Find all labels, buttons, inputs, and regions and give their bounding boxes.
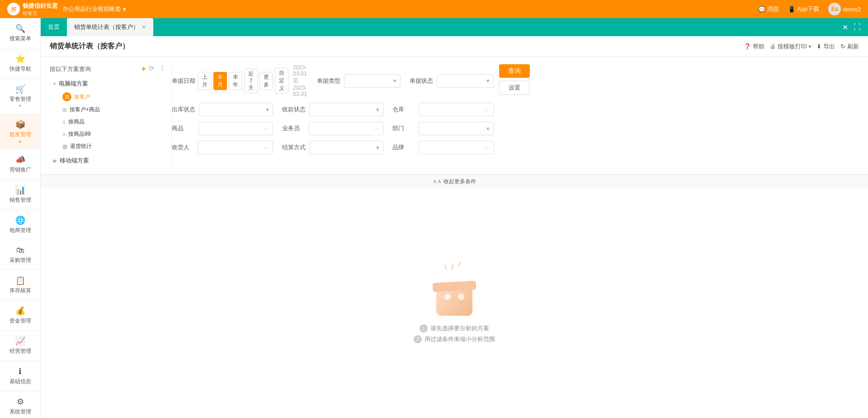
sidebar-item-wholesale[interactable]: 📦 批发管理 ▴ <box>0 114 40 149</box>
date-btn-this-month[interactable]: 本月 <box>213 72 227 90</box>
warehouse-input[interactable]: ··· <box>419 103 494 116</box>
mobile-arrow-icon: ▶ <box>53 158 57 164</box>
sidebar-item-system[interactable]: ⚙ 系统管理 <box>0 391 40 418</box>
collapse-label: 收起更多条件 <box>443 178 476 185</box>
receipt-status-select[interactable]: ▾ <box>309 103 383 116</box>
app-title-line2: 标签页 <box>23 10 58 17</box>
product-input[interactable]: ··· <box>198 122 273 135</box>
desktop-label: 电脑端方案 <box>59 80 88 88</box>
tree-item-return-stat[interactable]: ▦ 退货统计 <box>59 140 164 152</box>
industry-label: 办公用品行业模拟账套 <box>62 5 121 13</box>
tree-item-desktop[interactable]: ▾ 电脑端方案 <box>50 77 164 90</box>
tree-item-by-product-99[interactable]: ≡ 按商品99 <box>59 128 164 140</box>
settle-caret-icon: ▾ <box>376 144 379 151</box>
return-stat-label: 退货统计 <box>70 142 92 150</box>
empty-box-eye-left <box>444 294 451 300</box>
doc-status-caret-icon: ▾ <box>486 77 490 84</box>
collapse-sidebar-btn[interactable]: 《 <box>157 64 164 74</box>
logo-area: 好 畅捷信好生意 标签页 <box>7 2 58 17</box>
template-print-btn[interactable]: 🖨 按模板打印 ▾ <box>770 43 811 51</box>
doc-status-select[interactable]: ▾ <box>437 74 494 88</box>
hint-num-1: 1 <box>420 324 428 332</box>
refresh-label: 刷新 <box>847 43 859 51</box>
user-profile-btn[interactable]: Ea demo2 <box>828 3 861 15</box>
hint-text-2: 用过滤条件来缩小分析范围 <box>425 335 495 343</box>
template-print-label: 按模板打印 <box>778 43 807 51</box>
sidebar-item-search-menu[interactable]: 🔍 搜索菜单 <box>0 18 40 48</box>
filter-field-product: 商品 ··· <box>172 122 273 135</box>
brand-input[interactable]: ··· <box>419 141 494 154</box>
filter-sidebar-header: 按以下方案查询 + ⟳ 《 <box>50 64 164 74</box>
date-btn-last-7[interactable]: 近7天 <box>244 69 258 93</box>
settings-btn[interactable]: 设置 <box>499 81 530 95</box>
tree-item-by-product[interactable]: ≡ 按商品 <box>59 116 164 128</box>
by-customer-product-label: 按客户+商品 <box>70 106 100 114</box>
sidebar-item-basic[interactable]: ℹ 基础信息 <box>0 361 40 391</box>
industry-selector[interactable]: 办公用品行业模拟账套 ▾ <box>62 5 126 13</box>
receiver-input[interactable]: ··· <box>198 141 273 154</box>
app-container: 好 畅捷信好生意 标签页 办公用品行业模拟账套 ▾ 💬 消息 📱 App下载 <box>0 0 868 418</box>
dept-select[interactable]: ▾ <box>419 122 494 135</box>
filter-sidebar-actions: + ⟳ 《 <box>141 64 164 74</box>
mobile-label: 移动端方案 <box>60 157 89 165</box>
sidebar-label-inventory: 库存核算 <box>2 287 38 294</box>
tab-sales-stat-label: 销货单统计表（按客户） <box>74 23 139 31</box>
help-btn[interactable]: ❓ 帮助 <box>744 43 764 51</box>
tree-item-mobile[interactable]: ▶ 移动端方案 <box>50 154 164 167</box>
nav-bar: 首页 销货单统计表（按客户） ✕ ✕ ⛶ <box>41 18 868 36</box>
fullscreen-btn[interactable]: ⛶ <box>854 23 861 31</box>
doc-type-caret-icon: ▾ <box>393 77 396 84</box>
settle-select[interactable]: ▾ <box>309 141 383 154</box>
sidebar-item-purchase[interactable]: 🛍 采购管理 <box>0 240 40 270</box>
sidebar-item-ecom[interactable]: 🌐 电商管理 <box>0 210 40 240</box>
basic-icon: ℹ <box>2 366 38 376</box>
export-label: 导出 <box>823 43 835 51</box>
retail-icon: 🛒 <box>2 84 38 94</box>
app-download-icon: 📱 <box>788 6 795 13</box>
tree-item-by-customer[interactable]: 按 按客户 <box>59 90 164 104</box>
by-product-99-label: 按商品99 <box>68 130 90 138</box>
refresh-btn[interactable]: ↻ 刷新 <box>840 43 859 51</box>
main-area: 🔍 搜索菜单 ⭐ 快捷导航 🛒 零售管理 ▾ 📦 批发管理 ▴ 📣 营销推广 <box>0 18 868 418</box>
sidebar-item-biz[interactable]: 📈 经营管理 <box>0 331 40 361</box>
add-scheme-btn[interactable]: + <box>141 64 146 74</box>
sidebar-item-finance[interactable]: 💰 资金管理 <box>0 300 40 331</box>
close-window-btn[interactable]: ✕ <box>842 23 848 32</box>
message-btn[interactable]: 💬 消息 <box>758 5 779 13</box>
active-scheme-icon: 按 <box>62 92 71 101</box>
tab-home[interactable]: 首页 <box>41 18 67 36</box>
collapse-row[interactable]: ∧∧ 收起更多条件 <box>41 175 868 188</box>
refresh-scheme-btn[interactable]: ⟳ <box>149 64 155 74</box>
avatar-initials: Ea <box>831 6 838 12</box>
query-btn[interactable]: 查询 <box>499 64 530 78</box>
tab-close-icon[interactable]: ✕ <box>142 24 146 30</box>
sidebar-item-retail[interactable]: 🛒 零售管理 ▾ <box>0 79 40 114</box>
filter-body: 按以下方案查询 + ⟳ 《 ▾ 电脑端方案 <box>41 57 868 175</box>
tab-sales-stat[interactable]: 销货单统计表（按客户） ✕ <box>67 18 153 36</box>
sidebar-item-quick-nav[interactable]: ⭐ 快捷导航 <box>0 48 40 79</box>
sidebar-label-basic: 基础信息 <box>2 378 38 385</box>
sidebar-item-sales[interactable]: 📊 销售管理 <box>0 180 40 210</box>
app-download-btn[interactable]: 📱 App下载 <box>788 5 819 13</box>
product-label: 商品 <box>172 124 194 133</box>
app-download-label: App下载 <box>797 5 819 13</box>
date-btn-this-year[interactable]: 本年 <box>229 72 242 90</box>
chevron-up-icon: ▴ <box>2 138 38 143</box>
scheme-tree: ▾ 电脑端方案 按 按客户 ⊞ 按客户+商品 <box>50 77 164 167</box>
out-status-select[interactable]: ▾ <box>199 103 273 116</box>
avatar: Ea <box>828 3 841 15</box>
page-header: 销货单统计表（按客户） ❓ 帮助 🖨 按模板打印 ▾ ⬇ 导出 <box>41 36 868 57</box>
tree-item-by-customer-product[interactable]: ⊞ 按客户+商品 <box>59 104 164 116</box>
sidebar-item-inventory[interactable]: 📋 库存核算 <box>0 270 40 300</box>
doc-type-select[interactable]: ▾ <box>344 74 401 88</box>
date-btn-custom[interactable]: 自定义 <box>275 68 288 94</box>
export-btn[interactable]: ⬇ 导出 <box>816 43 835 51</box>
logo-text: 好 <box>11 6 16 13</box>
export-icon: ⬇ <box>816 43 821 50</box>
refresh-icon: ↻ <box>840 43 845 50</box>
staff-input[interactable]: ··· <box>308 122 383 135</box>
date-btn-last-month[interactable]: 上月 <box>198 72 212 90</box>
date-range-text: 2023-03-01 至 2023-03-31 <box>293 64 308 97</box>
date-btn-more[interactable]: 更多 <box>259 72 273 90</box>
sidebar-item-marketing[interactable]: 📣 营销推广 <box>0 149 40 180</box>
